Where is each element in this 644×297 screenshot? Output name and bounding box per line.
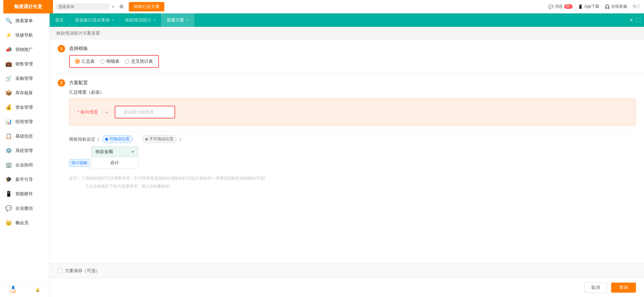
step2-row: 2 方案配置 — [58, 79, 636, 87]
notification-button[interactable]: 💬 消息 99+ — [548, 4, 573, 9]
template-select-box: 汇总表 明细表 交叉统计表 — [69, 55, 159, 68]
chevron-down-icon[interactable]: ▾ — [112, 4, 114, 9]
download-icon: 📱 — [578, 4, 583, 9]
sidebar-bottom-btn1[interactable]: 👤 CaR — [10, 286, 16, 294]
page-header: 收款情况统计方案设置 — [50, 27, 644, 40]
dimension-title: 汇总维度（必选） — [69, 89, 636, 95]
save-label: 方案保存（可选） — [65, 268, 100, 274]
sidebar-item-label: 经营管理 — [15, 119, 33, 125]
bottom-icon2: 🔔 — [36, 288, 40, 292]
content-area: 收款情况统计方案设置 1 选择模板 汇总表 明细表 — [50, 27, 644, 297]
tips-section: 提示： 1.拖动标题栏可以调整布局，不可跨维度或指标区域拖动栏目段(只能在同一维… — [69, 174, 636, 190]
radio-summary[interactable]: 汇总表 — [75, 58, 95, 64]
system-icon: ⚙️ — [5, 147, 12, 154]
sidebar-item-label: 新手引导 — [15, 177, 33, 183]
tab-home[interactable]: 首页 — [50, 13, 69, 27]
sidebar-item-enterprise[interactable]: 🏢 企业协同 — [0, 158, 49, 172]
sidebar-item-search[interactable]: 🔍 搜索菜单 — [0, 13, 49, 28]
footer-bar: 取消 查询 — [50, 278, 644, 297]
sidebar-item-label: 搜索菜单 — [15, 18, 33, 24]
tab-expand-btn[interactable]: ⛶ — [636, 17, 641, 23]
tab-newplan[interactable]: 新建方案 × — [161, 13, 194, 27]
arrow-right-icon: → — [104, 109, 109, 115]
guide-icon: 🎓 — [5, 176, 12, 183]
sidebar-item-guide[interactable]: 🎓 新手引导 — [0, 172, 49, 187]
query-button[interactable]: 查询 — [611, 283, 636, 293]
sidebar-item-label: 采购管理 — [15, 76, 33, 82]
sales-icon: 💼 — [5, 61, 12, 67]
toggle-dot2 — [145, 138, 148, 141]
username[interactable]: 张三 — [633, 4, 641, 9]
sidebar-item-system[interactable]: ⚙️ 系统管理 — [0, 143, 49, 158]
radio-summary-label: 汇总表 — [82, 58, 95, 64]
search-menu-input[interactable] — [56, 3, 109, 10]
tab-newplan-close[interactable]: × — [186, 18, 189, 22]
movable-badge: 可拖动位置 — [102, 135, 132, 143]
sidebar-item-inventory[interactable]: 📦 库存核算 — [0, 86, 49, 100]
sidebar-item-label: 畅会员 — [15, 220, 29, 226]
indicator-table-row: 合计 — [92, 157, 138, 168]
toggle-dot1 — [105, 138, 108, 141]
tab-close-btn[interactable]: ✕ — [629, 17, 633, 23]
close-paren: ） — [179, 136, 183, 142]
sidebar-item-label: 资金管理 — [15, 104, 33, 110]
app-download-button[interactable]: 📱 App下载 — [578, 4, 599, 9]
step1-section: 1 选择模板 汇总表 明细表 交叉统计表 — [50, 40, 644, 73]
purchase-icon: 🛒 — [5, 75, 12, 82]
sidebar-item-finance[interactable]: 💰 资金管理 — [0, 100, 49, 114]
try-industry-button[interactable]: 体验行业方案 — [129, 2, 164, 11]
cancel-button[interactable]: 取消 — [584, 282, 607, 293]
tab-cashflow-close[interactable]: × — [112, 18, 114, 22]
radio-detail[interactable]: 明细表 — [100, 58, 119, 64]
wechat-icon: 💬 — [5, 205, 12, 211]
step2-label: 方案配置 — [69, 80, 88, 86]
top-bar: 畅捷通好生意 ▾ ⚙ 体验行业方案 💬 消息 99+ 📱 App下载 🎧 在线客… — [0, 0, 644, 13]
indicator-section: 模板指标设定（ 可拖动位置 不可拖动位置 ） — [69, 131, 636, 169]
radio-cross-circle — [125, 59, 129, 64]
radio-cross[interactable]: 交叉统计表 — [125, 58, 153, 64]
step1-number: 1 — [58, 45, 65, 52]
sidebar-item-label: 库存核算 — [15, 90, 33, 96]
sidebar-item-wechat[interactable]: 💬 企业微信 — [0, 201, 49, 215]
settings-button[interactable]: ⚙ — [117, 2, 126, 11]
col-header-label: 收款金额 — [96, 149, 113, 155]
step2-section: 2 方案配置 汇总维度（必选） * 纵向维度 → — [50, 74, 644, 263]
indicator-table-header[interactable]: 收款金额 ▾ — [92, 147, 138, 157]
sidebar-item-basicinfo[interactable]: 📋 基础信息 — [0, 129, 49, 143]
col-header-dropdown-icon[interactable]: ▾ — [132, 150, 134, 154]
radio-detail-circle — [100, 59, 105, 64]
online-service-button[interactable]: 🎧 在线客服 — [605, 4, 627, 9]
sidebar-item-marketing[interactable]: 📣 营销推广 — [0, 42, 49, 57]
dimension-select-box[interactable]: 请选择分组维度 — [115, 106, 175, 118]
sidebar-item-purchase[interactable]: 🛒 采购管理 — [0, 71, 49, 86]
sidebar-bottom: 👤 CaR 🔔 — [0, 282, 49, 297]
management-icon: 📊 — [5, 118, 12, 125]
inventory-icon: 📦 — [5, 90, 12, 96]
sidebar-item-sales[interactable]: 💼 销售管理 — [0, 57, 49, 71]
tab-collection[interactable]: 收款情况统计 × — [120, 13, 161, 27]
tab-collection-close[interactable]: × — [153, 18, 156, 22]
divider1 — [69, 131, 636, 131]
top-right-area: 💬 消息 99+ 📱 App下载 🎧 在线客服 张三 — [548, 4, 641, 9]
download-label: App下载 — [584, 4, 599, 9]
save-checkbox[interactable] — [58, 268, 62, 273]
indicator-header: 模板指标设定（ 可拖动位置 不可拖动位置 ） — [69, 135, 636, 143]
page-title: 收款情况统计方案设置 — [56, 31, 100, 36]
sidebar-item-management[interactable]: 📊 经营管理 — [0, 114, 49, 129]
indicator-table: 收款金额 ▾ 合计 — [91, 146, 138, 169]
sidebar-item-member[interactable]: 👑 畅会员 — [0, 215, 49, 230]
search-icon: 🔍 — [5, 17, 12, 24]
sidebar-item-label: 企业协同 — [15, 162, 33, 168]
sidebar-item-label: 企业微信 — [15, 205, 33, 211]
tab-cashflow[interactable]: 现金银行流水查询 × — [69, 13, 120, 27]
stat-indicator-label: 统计指标 — [69, 159, 90, 167]
tab-home-label: 首页 — [55, 17, 64, 23]
tab-cashflow-label: 现金银行流水查询 — [75, 17, 110, 23]
sidebar-bottom-btn2[interactable]: 🔔 — [36, 288, 40, 292]
sidebar-item-quicknav[interactable]: ⚡ 快捷导航 — [0, 28, 49, 42]
tip-line2: 2.点击标题栏下拉可设置排序、插入列和删除列 — [86, 182, 636, 190]
sidebar-item-hardware[interactable]: 📱 智能硬件 — [0, 187, 49, 201]
quicknav-icon: ⚡ — [5, 32, 12, 38]
notification-label: 消息 — [555, 4, 563, 9]
sidebar-item-label: 营销推广 — [15, 47, 33, 53]
